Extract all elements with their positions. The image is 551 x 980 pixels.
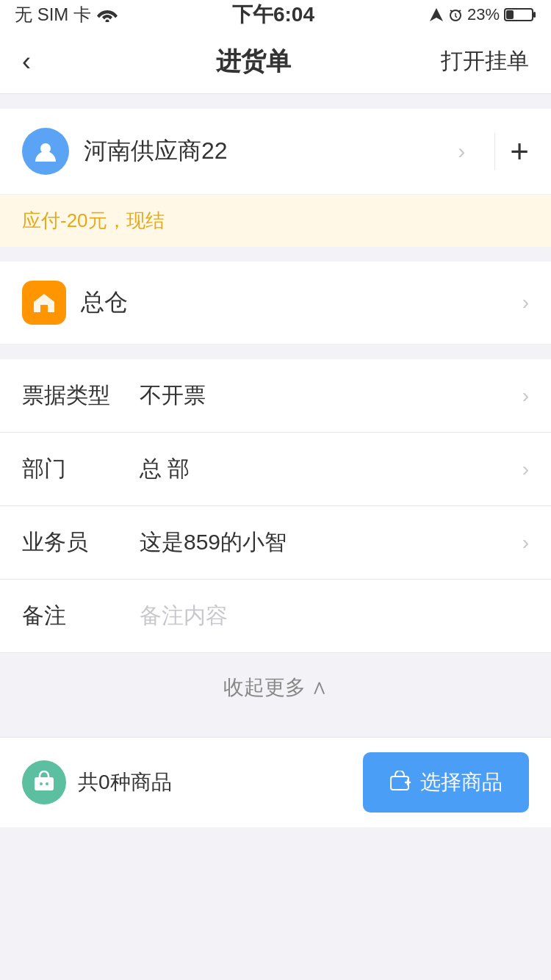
form-card: 票据类型 不开票 › 部门 总 部 › 业务员 这是859的小智 › 备注 备注…: [0, 359, 551, 653]
battery-percent: 23%: [467, 5, 500, 24]
goods-left: 共0种商品: [22, 760, 172, 804]
notice-text: 应付-20元，现结: [22, 209, 165, 231]
supplier-avatar: [22, 128, 69, 175]
status-time: 下午6:04: [232, 1, 314, 29]
remarks-row[interactable]: 备注 备注内容: [0, 580, 551, 653]
svg-point-8: [40, 782, 43, 785]
collapse-row[interactable]: 收起更多 ∧: [0, 653, 551, 722]
remaining-area: [0, 827, 551, 980]
supplier-row[interactable]: 河南供应商22 › +: [0, 109, 551, 195]
warehouse-card: 总仓 ›: [0, 262, 551, 345]
back-button[interactable]: ‹: [22, 46, 66, 77]
svg-rect-6: [40, 305, 48, 312]
warehouse-icon-bg: [22, 281, 66, 325]
invoice-type-label: 票据类型: [22, 381, 125, 411]
alarm-icon: [448, 7, 463, 22]
add-supplier-button[interactable]: +: [510, 133, 529, 170]
salesperson-value: 这是859的小智: [125, 527, 522, 558]
svg-rect-4: [506, 10, 514, 19]
section-gap-2: [0, 247, 551, 262]
battery-icon: [504, 7, 536, 23]
cart-icon: [389, 771, 413, 794]
status-bar: 无 SIM 卡 下午6:04 23%: [0, 0, 551, 29]
goods-count-icon-bg: [22, 760, 66, 804]
invoice-type-chevron-icon: ›: [522, 384, 529, 408]
supplier-name: 河南供应商22: [84, 135, 458, 167]
invoice-type-row[interactable]: 票据类型 不开票 ›: [0, 359, 551, 433]
location-icon: [429, 7, 444, 22]
svg-rect-3: [533, 12, 536, 18]
warehouse-name: 总仓: [81, 287, 522, 319]
section-gap-1: [0, 94, 551, 109]
department-label: 部门: [22, 454, 125, 484]
goods-count-text: 共0种商品: [78, 768, 172, 796]
svg-rect-7: [35, 777, 54, 790]
svg-point-0: [106, 20, 109, 23]
salesperson-chevron-icon: ›: [522, 531, 529, 555]
department-value: 总 部: [125, 454, 522, 484]
signal-text: 无 SIM 卡: [15, 3, 91, 26]
wifi-icon: [97, 7, 118, 22]
invoice-type-value: 不开票: [125, 381, 522, 411]
status-right: 23%: [429, 5, 536, 24]
nav-bar: ‹ 进货单 打开挂单: [0, 29, 551, 94]
bottom-bar: 共0种商品 选择商品: [0, 737, 551, 827]
divider-v: [494, 133, 495, 170]
remarks-label: 备注: [22, 601, 125, 631]
warehouse-chevron-icon: ›: [522, 291, 529, 314]
notice-bar: 应付-20元，现结: [0, 195, 551, 247]
svg-point-9: [46, 782, 48, 785]
warehouse-row[interactable]: 总仓 ›: [0, 262, 551, 345]
section-gap-3: [0, 345, 551, 359]
supplier-chevron-icon: ›: [458, 139, 465, 164]
open-pending-button[interactable]: 打开挂单: [441, 46, 529, 76]
page-title: 进货单: [216, 45, 291, 79]
salesperson-row[interactable]: 业务员 这是859的小智 ›: [0, 506, 551, 580]
status-left: 无 SIM 卡: [15, 3, 118, 26]
department-chevron-icon: ›: [522, 458, 529, 481]
department-row[interactable]: 部门 总 部 ›: [0, 433, 551, 506]
remarks-placeholder: 备注内容: [125, 601, 529, 631]
select-goods-button[interactable]: 选择商品: [363, 752, 529, 813]
collapse-text: 收起更多 ∧: [223, 674, 328, 702]
select-goods-label: 选择商品: [420, 768, 503, 796]
supplier-card: 河南供应商22 › + 应付-20元，现结: [0, 109, 551, 247]
salesperson-label: 业务员: [22, 527, 125, 558]
section-gap-4: [0, 722, 551, 737]
